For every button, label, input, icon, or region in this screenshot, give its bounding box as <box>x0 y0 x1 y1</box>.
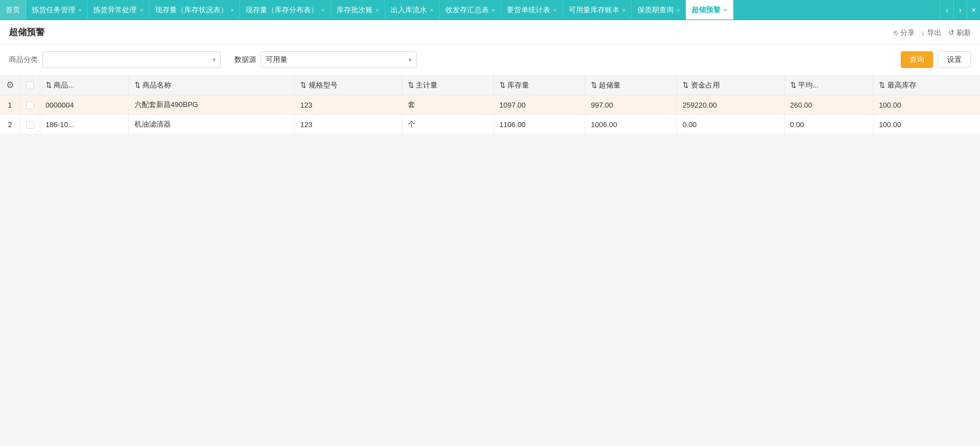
refresh-label: 刷新 <box>957 28 971 38</box>
nav-item-batch[interactable]: 库存批次账 × <box>331 0 385 20</box>
table-container: ⚙ ⇅ 商品... ⇅ 商品名称 ⇅ 规格型号 <box>0 75 980 134</box>
cell-max-stock: 100.00 <box>873 95 980 115</box>
nav-close-button[interactable]: × <box>967 0 980 20</box>
col-checkbox-header <box>20 75 40 95</box>
header-actions: ⎋ 分享 ↓ 导出 ↺ 刷新 <box>893 28 972 38</box>
nav-item-pick-exception[interactable]: 拣货异常处理 × <box>88 0 149 20</box>
close-icon[interactable]: × <box>230 7 234 13</box>
filter-area: 商品分类 ▾ 数据源 可用量 ▾ 查询 设置 <box>0 45 980 75</box>
cell-avg: 0.00 <box>784 115 873 134</box>
row-num-cell <box>20 95 40 115</box>
col-label-overstock: 超储量 <box>599 81 621 89</box>
share-button[interactable]: ⎋ 分享 <box>893 28 915 38</box>
col-header-product-name[interactable]: ⇅ 商品名称 <box>128 75 294 95</box>
page-container: 超储预警 ⎋ 分享 ↓ 导出 ↺ 刷新 商品分类 ▾ 数据源 <box>0 20 980 134</box>
row-settings-cell: 1 <box>0 95 20 115</box>
export-button[interactable]: ↓ 导出 <box>921 28 942 38</box>
col-header-stock[interactable]: ⇅ 库存量 <box>493 75 585 95</box>
nav-label-stock-dist: 现存量（库存分布表） <box>246 5 318 15</box>
sort-icon: ⇅ <box>591 81 597 89</box>
col-header-unit[interactable]: ⇅ 主计量 <box>402 75 493 95</box>
cell-capital: 0.00 <box>676 115 784 134</box>
table-body: 1 0000004 六配套新昌490BPG 123 套 1097.00 997.… <box>0 95 980 134</box>
table-row: 1 0000004 六配套新昌490BPG 123 套 1097.00 997.… <box>0 95 980 115</box>
row-settings-cell: 2 <box>0 115 20 134</box>
nav-item-pick-task[interactable]: 拣货任务管理 × <box>26 0 88 20</box>
close-icon[interactable]: × <box>492 7 495 13</box>
sort-icon: ⇅ <box>499 81 506 89</box>
gear-icon[interactable]: ⚙ <box>6 80 14 90</box>
cell-unit: 套 <box>402 95 493 115</box>
refresh-button[interactable]: ↺ 刷新 <box>948 28 971 38</box>
datasource-dropdown[interactable]: 可用量 ▾ <box>261 51 417 68</box>
settings-button[interactable]: 设置 <box>938 51 971 68</box>
nav-label-overstock: 超储预警 <box>691 5 720 15</box>
nav-item-home[interactable]: 首页 <box>0 0 26 20</box>
close-icon[interactable]: × <box>553 7 556 13</box>
col-header-overstock[interactable]: ⇅ 超储量 <box>585 75 676 95</box>
nav-label-expiry: 保质期查询 <box>637 5 674 15</box>
nav-label-stock-status: 现存量（库存状况表） <box>155 5 228 15</box>
close-icon[interactable]: × <box>140 7 143 13</box>
chevron-down-icon: ▾ <box>213 56 216 64</box>
category-dropdown[interactable]: ▾ <box>42 51 221 68</box>
nav-label-summary: 收发存汇总表 <box>445 5 489 15</box>
col-header-product-code[interactable]: ⇅ 商品... <box>40 75 128 95</box>
close-icon[interactable]: × <box>676 7 680 13</box>
cell-product-code: 186-10... <box>40 115 128 134</box>
export-label: 导出 <box>927 28 941 38</box>
nav-item-stock-status[interactable]: 现存量（库存状况表） × <box>150 0 240 20</box>
page-title: 超储预警 <box>9 27 45 38</box>
col-label-avg: 平均... <box>798 81 819 89</box>
sort-icon: ⇅ <box>879 81 885 89</box>
cell-stock: 1106.00 <box>493 115 585 134</box>
nav-item-summary[interactable]: 收发存汇总表 × <box>440 0 501 20</box>
share-label: 分享 <box>900 28 915 38</box>
col-header-capital[interactable]: ⇅ 资金占用 <box>676 75 784 95</box>
close-icon[interactable]: × <box>376 7 379 13</box>
close-icon-active[interactable]: × <box>723 7 727 13</box>
close-icon[interactable]: × <box>430 7 433 13</box>
col-label-spec: 规格型号 <box>309 81 338 89</box>
nav-item-flow[interactable]: 出入库流水 × <box>385 0 439 20</box>
filter-category-label: 商品分类 <box>9 55 38 65</box>
filter-actions: 查询 设置 <box>901 51 971 68</box>
nav-label-requisition: 要货单统计表 <box>507 5 550 15</box>
close-icon[interactable]: × <box>321 7 324 13</box>
cell-product-name: 六配套新昌490BPG <box>128 95 294 115</box>
nav-prev-button[interactable]: ‹ <box>940 0 953 20</box>
col-label-unit: 主计量 <box>416 81 438 89</box>
close-icon[interactable]: × <box>78 7 81 13</box>
select-all-checkbox[interactable] <box>26 81 34 89</box>
col-settings: ⚙ <box>0 75 20 95</box>
sort-icon: ⇅ <box>683 81 689 89</box>
nav-label-pick-task: 拣货任务管理 <box>32 5 75 15</box>
col-header-avg[interactable]: ⇅ 平均... <box>784 75 873 95</box>
nav-item-requisition[interactable]: 要货单统计表 × <box>501 0 563 20</box>
nav-next-button[interactable]: › <box>953 0 967 20</box>
data-table: ⚙ ⇅ 商品... ⇅ 商品名称 ⇅ 规格型号 <box>0 75 980 134</box>
sort-icon: ⇅ <box>790 81 796 89</box>
cell-stock: 1097.00 <box>493 95 585 115</box>
col-header-spec[interactable]: ⇅ 规格型号 <box>295 75 402 95</box>
cell-max-stock: 100.00 <box>873 115 980 134</box>
nav-item-expiry[interactable]: 保质期查询 × <box>632 0 686 20</box>
cell-capital: 259220.00 <box>676 95 784 115</box>
chevron-down-icon-ds: ▾ <box>409 56 412 64</box>
close-icon[interactable]: × <box>622 7 626 13</box>
row-checkbox[interactable] <box>26 121 34 129</box>
filter-datasource: 数据源 可用量 ▾ <box>234 51 417 68</box>
nav-item-stock-dist[interactable]: 现存量（库存分布表） × <box>240 0 330 20</box>
col-label-product-name: 商品名称 <box>142 81 171 89</box>
sort-icon: ⇅ <box>408 81 414 89</box>
cell-product-name: 机油滤清器 <box>128 115 294 134</box>
col-label-max-stock: 最高库存 <box>887 81 916 89</box>
query-button[interactable]: 查询 <box>901 51 933 68</box>
row-checkbox[interactable] <box>26 101 34 109</box>
nav-item-overstock[interactable]: 超储预警 × <box>686 0 733 20</box>
sort-icon: ⇅ <box>134 81 141 89</box>
table-row: 2 186-10... 机油滤清器 123 个 1106.00 1006.00 … <box>0 115 980 134</box>
nav-item-available[interactable]: 可用量库存账本 × <box>563 0 632 20</box>
col-header-max-stock[interactable]: ⇅ 最高库存 <box>873 75 980 95</box>
row-num-cell <box>20 115 40 134</box>
